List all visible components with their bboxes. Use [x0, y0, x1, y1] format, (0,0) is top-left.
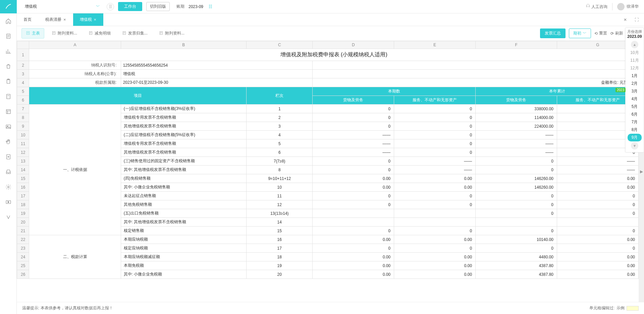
row-header[interactable]: 6	[17, 96, 29, 105]
user-menu[interactable]: 徐泽华	[612, 3, 639, 10]
row-header[interactable]: 19	[17, 209, 29, 218]
row-header[interactable]: 3	[17, 70, 29, 78]
nav-doc-icon[interactable]	[0, 28, 17, 44]
data-cell[interactable]: 0.00	[557, 183, 639, 192]
consult-link[interactable]: 人工咨询	[586, 3, 607, 10]
calendar-icon[interactable]: ☷	[209, 4, 212, 9]
row-header[interactable]: 23	[17, 244, 29, 253]
item-cell[interactable]: 增值税专用发票不含税销售额	[121, 113, 246, 122]
data-cell[interactable]: 0	[476, 166, 557, 174]
data-cell[interactable]: ——	[476, 148, 557, 157]
col-num-cell[interactable]: 17	[247, 244, 313, 253]
col-num-cell[interactable]: 1	[247, 105, 313, 113]
close-icon[interactable]: ×	[63, 17, 66, 22]
data-cell[interactable]: 0	[557, 200, 639, 209]
company-selector[interactable]: 增值税 ﹀	[22, 2, 103, 11]
data-cell[interactable]: 0	[394, 244, 476, 253]
col-num-cell[interactable]: 4	[247, 131, 313, 139]
item-cell[interactable]: 其中: 小微企业免税销售额	[121, 183, 246, 192]
data-cell[interactable]	[394, 218, 476, 227]
month-item[interactable]: 3月	[626, 87, 644, 95]
col-header[interactable]: E	[394, 41, 476, 49]
col-num-cell[interactable]: 10	[247, 183, 313, 192]
row-header[interactable]: 10	[17, 131, 29, 139]
period-value[interactable]: 2023-09	[189, 4, 203, 9]
col-header[interactable]: B	[121, 41, 246, 49]
data-cell[interactable]: 0.00	[313, 174, 394, 183]
data-cell[interactable]: 0	[557, 192, 639, 200]
row-header[interactable]: 13	[17, 157, 29, 166]
data-cell[interactable]: 0	[313, 105, 394, 113]
data-cell[interactable]: 0.00	[313, 235, 394, 244]
data-cell[interactable]: 0	[394, 227, 476, 235]
data-cell[interactable]: 0	[476, 157, 557, 166]
data-cell[interactable]: 0.00	[394, 183, 476, 192]
row-header[interactable]: 24	[17, 253, 29, 261]
col-num-cell[interactable]: 3	[247, 122, 313, 131]
row-header[interactable]: 25	[17, 261, 29, 270]
item-cell[interactable]: 其中: 其他增值税发票不含税销售额	[121, 218, 246, 227]
row-header[interactable]: 4	[17, 78, 29, 87]
month-item[interactable]: 7月	[626, 118, 644, 126]
data-cell[interactable]: 0.00	[557, 253, 639, 261]
data-cell[interactable]: 0	[394, 113, 476, 122]
row-header[interactable]: 8	[17, 113, 29, 122]
nav-export-icon[interactable]	[0, 149, 17, 164]
data-cell[interactable]: 0	[394, 200, 476, 209]
row-header[interactable]: 17	[17, 192, 29, 200]
row-header[interactable]: 12	[17, 148, 29, 157]
col-num-cell[interactable]: 5	[247, 139, 313, 148]
item-cell[interactable]: 核定应纳税额	[121, 244, 246, 253]
subtab-2[interactable]: 减免明细	[85, 28, 115, 39]
row-header[interactable]: 14	[17, 166, 29, 174]
data-cell[interactable]: 0.00	[394, 235, 476, 244]
sheet-corner[interactable]	[17, 41, 29, 49]
month-item[interactable]: 1月	[626, 72, 644, 80]
month-item[interactable]: 6月	[626, 111, 644, 118]
col-num-cell[interactable]: 6	[247, 148, 313, 157]
row-header[interactable]: 2	[17, 61, 29, 70]
item-cell[interactable]: 本期应纳税额减征额	[121, 253, 246, 261]
nav-image-icon[interactable]	[0, 119, 17, 134]
data-cell[interactable]: 4387.80	[476, 261, 557, 270]
data-cell[interactable]: 0	[476, 209, 557, 218]
item-cell[interactable]: (四)免税销售额	[121, 174, 246, 183]
data-cell[interactable]: ——	[557, 166, 639, 174]
data-cell[interactable]: 146260.00	[476, 183, 557, 192]
data-cell[interactable]: 0	[476, 192, 557, 200]
data-cell[interactable]: 0.00	[557, 235, 639, 244]
data-cell[interactable]: 0	[476, 244, 557, 253]
item-cell[interactable]: 其他免税销售额	[121, 200, 246, 209]
list-icon[interactable]: ☰	[107, 3, 114, 10]
data-cell[interactable]	[313, 218, 394, 227]
data-cell[interactable]: 10140.00	[476, 235, 557, 244]
month-item[interactable]: 12月	[626, 64, 644, 72]
col-num-cell[interactable]: 11	[247, 192, 313, 200]
data-cell[interactable]: 0.00	[557, 261, 639, 270]
data-cell[interactable]: 0	[313, 192, 394, 200]
reset-button[interactable]: ⟲重置	[594, 30, 607, 36]
item-cell[interactable]: (五)出口免税销售额	[121, 209, 246, 218]
data-cell[interactable]: 0	[394, 105, 476, 113]
spreadsheet[interactable]: A B C D E F G 1增值税及附加税费申报表 (小规模纳税人适用)2纳税…	[17, 41, 644, 302]
workbench-button[interactable]: 工作台	[118, 2, 142, 11]
item-cell[interactable]: (一)应征增值税不含税销售额(3%征收率)	[121, 105, 246, 113]
col-num-cell[interactable]: 8	[247, 166, 313, 174]
row-header[interactable]: 5	[17, 87, 29, 96]
data-cell[interactable]: 224000.00	[476, 122, 557, 131]
data-cell[interactable]: 0	[394, 122, 476, 131]
col-header[interactable]: A	[29, 41, 121, 49]
switch-old-button[interactable]: 切到旧版	[146, 2, 170, 11]
item-cell[interactable]: 其他增值税发票不含税销售额	[121, 148, 246, 157]
item-cell[interactable]: 其他增值税发票不含税销售额	[121, 122, 246, 131]
subtab-3[interactable]: 发票归集...	[118, 28, 152, 39]
nav-bag-icon[interactable]	[0, 59, 17, 74]
data-cell[interactable]: 0.00	[313, 261, 394, 270]
row-header[interactable]: 16	[17, 183, 29, 192]
row-header[interactable]: 21	[17, 227, 29, 235]
item-cell[interactable]: 其中: 小微企业免税额	[121, 270, 246, 279]
data-cell[interactable]	[557, 218, 639, 227]
subtab-0[interactable]: 主表	[21, 28, 44, 39]
data-cell[interactable]: 0	[313, 244, 394, 253]
tab-2[interactable]: 增值税×	[73, 13, 104, 26]
